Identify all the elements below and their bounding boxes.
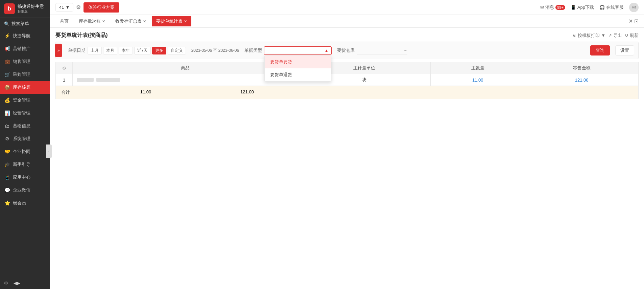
purchase-icon: 🛒 bbox=[4, 72, 10, 77]
refresh-btn[interactable]: ↺ 刷新 bbox=[625, 32, 639, 39]
close-receive-summary-tab[interactable]: ✕ bbox=[143, 19, 146, 24]
sidebar-item-inventory[interactable]: 📦 库存核算 bbox=[0, 81, 50, 94]
vip-icon: ⭐ bbox=[4, 200, 10, 206]
app-version: 标准版 bbox=[18, 9, 44, 14]
product-bar-2 bbox=[96, 78, 120, 82]
footer-label: 合计 bbox=[61, 89, 129, 95]
warehouse-select[interactable]: ··· bbox=[357, 46, 407, 54]
tab-batch-account[interactable]: 库存批次账 ✕ bbox=[74, 16, 110, 26]
row-quantity[interactable]: 11.00 bbox=[431, 74, 525, 86]
settings-filter-btn[interactable]: 设置 bbox=[615, 45, 634, 55]
collapse-footer-btn[interactable]: ◀▶ bbox=[14, 281, 20, 286]
store-name: 41 bbox=[59, 5, 64, 10]
date-filter-group: 单据日期 上月 本月 本年 近7天 更多 自定义 bbox=[68, 47, 186, 54]
warehouse-filter-label: 要货仓库 bbox=[337, 47, 355, 53]
refresh-icon: ↺ bbox=[625, 33, 628, 38]
custom-date-btn[interactable]: 自定义 bbox=[168, 47, 186, 54]
data-table: ⚙ 商品 主计量单位 主数量 零售金额 1 bbox=[55, 62, 639, 86]
dropdown-item-order-goods[interactable]: 要货单要货 bbox=[265, 55, 331, 68]
header: 41 ▼ ⚙ 体验行业方案 ✉ 消息 99+ 📱 App下载 🎧 在线客服 Ri… bbox=[50, 0, 644, 15]
table-header-row: ⚙ 商品 主计量单位 主数量 零售金额 bbox=[56, 62, 639, 74]
sidebar-item-vip[interactable]: ⭐ 畅会员 bbox=[0, 197, 50, 209]
date-range-display: 2023-05-06 至 2023-06-06 bbox=[191, 48, 239, 53]
filter-toggle-btn[interactable]: » bbox=[55, 44, 62, 57]
sidebar-item-enterprise[interactable]: 🤝 企业协同 bbox=[0, 145, 50, 158]
row-amount[interactable]: 121.00 bbox=[525, 74, 639, 86]
date-filter-label: 单据日期 bbox=[68, 47, 86, 53]
page-content: 要货单统计表(按商品) 🖨 按模板打印 ▼ ↗ 导出 ↺ 刷新 » bbox=[50, 28, 644, 289]
sidebar-item-finance[interactable]: 💰 资金管理 bbox=[0, 94, 50, 107]
sidebar-item-base-info[interactable]: 🗂 基础信息 bbox=[0, 119, 50, 132]
export-btn[interactable]: ↗ 导出 bbox=[608, 32, 622, 39]
sidebar-item-purchase[interactable]: 🛒 采购管理 bbox=[0, 68, 50, 81]
page-actions: 🖨 按模板打印 ▼ ↗ 导出 ↺ 刷新 bbox=[572, 32, 639, 39]
last-month-btn[interactable]: 上月 bbox=[88, 47, 102, 54]
close-all-tabs-btn[interactable]: ✕ bbox=[628, 18, 633, 24]
column-settings-icon[interactable]: ⚙ bbox=[62, 66, 66, 71]
user-avatar[interactable]: Rit bbox=[629, 3, 639, 12]
trial-btn[interactable]: 体验行业方案 bbox=[84, 2, 119, 13]
app-logo: b 畅捷通好生意 标准版 bbox=[0, 0, 50, 18]
type-select-arrow: ▲ bbox=[324, 48, 329, 53]
chevron-down-icon: ▼ bbox=[65, 5, 70, 10]
sidebar-item-marketing[interactable]: 📢 营销推广 bbox=[0, 42, 50, 55]
page-title: 要货单统计表(按商品) bbox=[55, 32, 108, 39]
last-7days-btn[interactable]: 近7天 bbox=[134, 47, 151, 54]
tab-home[interactable]: 首页 bbox=[55, 16, 73, 26]
this-month-btn[interactable]: 本月 bbox=[103, 47, 117, 54]
warehouse-more-icon[interactable]: ··· bbox=[404, 48, 407, 53]
header-right: ✉ 消息 99+ 📱 App下载 🎧 在线客服 Rit bbox=[540, 3, 639, 12]
guide-icon: 🎓 bbox=[4, 162, 10, 167]
more-date-btn[interactable]: 更多 bbox=[152, 47, 166, 54]
sidebar-item-app-center[interactable]: 📱 应用中心 bbox=[0, 171, 50, 184]
maximize-btn[interactable]: ⊡ bbox=[634, 18, 639, 24]
sidebar-item-wechat[interactable]: 💬 企业微信 bbox=[0, 184, 50, 197]
print-icon: 🖨 bbox=[572, 33, 576, 38]
quick-nav-icon: ⚡ bbox=[4, 33, 10, 39]
type-select[interactable]: ▲ 要货单要货 要货单退货 bbox=[264, 46, 332, 55]
filter-content: 单据日期 上月 本月 本年 近7天 更多 自定义 2023-05-06 至 20… bbox=[60, 45, 634, 55]
main-content: 41 ▼ ⚙ 体验行业方案 ✉ 消息 99+ 📱 App下载 🎧 在线客服 Ri… bbox=[50, 0, 644, 289]
sidebar-nav: ⚡ 快捷导航 📢 营销推广 💼 销售管理 🛒 采购管理 📦 库存核算 💰 资金管… bbox=[0, 29, 50, 277]
settings-icon[interactable]: ⚙ bbox=[76, 4, 81, 10]
sidebar-item-sales[interactable]: 💼 销售管理 bbox=[0, 55, 50, 68]
row-no: 1 bbox=[56, 74, 73, 86]
print-template-btn[interactable]: 🖨 按模板打印 ▼ bbox=[572, 32, 605, 39]
sidebar-item-operations[interactable]: 📊 经营管理 bbox=[0, 107, 50, 119]
app-center-icon: 📱 bbox=[4, 175, 10, 180]
tab-order-stats[interactable]: 要货单统计表 ✕ bbox=[152, 16, 191, 26]
sidebar-item-quick-nav[interactable]: ⚡ 快捷导航 bbox=[0, 29, 50, 42]
search-menu[interactable]: 🔍 搜索菜单 bbox=[0, 18, 50, 29]
dropdown-item-order-return[interactable]: 要货单退货 bbox=[265, 68, 331, 81]
sales-icon: 💼 bbox=[4, 59, 10, 64]
tab-receive-summary[interactable]: 收发存汇总表 ✕ bbox=[111, 16, 150, 26]
export-icon: ↗ bbox=[608, 33, 612, 38]
app-download-item[interactable]: 📱 App下载 bbox=[571, 4, 594, 10]
type-filter-label: 单据类型 bbox=[244, 47, 262, 53]
settings-footer-btn[interactable]: ⚙ bbox=[4, 281, 8, 286]
date-range-group: 2023-05-06 至 2023-06-06 bbox=[191, 48, 239, 53]
type-filter-group: 单据类型 ▲ 要货单要货 要货单退货 bbox=[244, 46, 332, 55]
header-left: 41 ▼ ⚙ 体验行业方案 bbox=[55, 2, 536, 13]
close-order-stats-tab[interactable]: ✕ bbox=[184, 19, 187, 24]
message-item[interactable]: ✉ 消息 99+ bbox=[540, 4, 565, 10]
wechat-icon: 💬 bbox=[4, 187, 10, 193]
store-selector[interactable]: 41 ▼ bbox=[55, 3, 73, 12]
app-name: 畅捷通好生意 bbox=[18, 4, 44, 9]
product-bar-1 bbox=[77, 78, 94, 82]
query-btn[interactable]: 查询 bbox=[590, 45, 610, 55]
page-header: 要货单统计表(按商品) 🖨 按模板打印 ▼ ↗ 导出 ↺ 刷新 bbox=[50, 28, 644, 42]
close-batch-account-tab[interactable]: ✕ bbox=[102, 19, 105, 24]
message-icon: ✉ bbox=[540, 5, 544, 10]
this-year-btn[interactable]: 本年 bbox=[119, 47, 133, 54]
sidebar-collapse-handle[interactable]: ‹ bbox=[46, 144, 52, 158]
table-footer: 合计 11.00 121.00 bbox=[55, 86, 639, 99]
app-download-label: App下载 bbox=[577, 4, 594, 10]
marketing-icon: 📢 bbox=[4, 46, 10, 51]
system-icon: ⚙ bbox=[4, 136, 10, 141]
sidebar-item-system[interactable]: ⚙ 系统管理 bbox=[0, 132, 50, 145]
online-service-item[interactable]: 🎧 在线客服 bbox=[599, 4, 624, 10]
sidebar-item-guide[interactable]: 🎓 新手引导 bbox=[0, 158, 50, 171]
sidebar-footer: ⚙ ◀▶ bbox=[0, 277, 50, 289]
product-placeholder bbox=[77, 78, 294, 82]
